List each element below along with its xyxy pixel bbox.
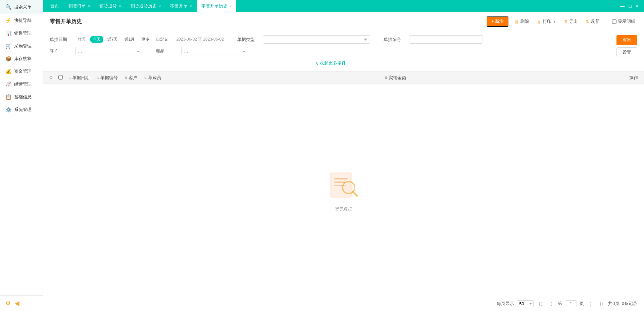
collapse-sidebar-icon[interactable]: ◀ xyxy=(15,300,19,307)
print-button[interactable]: 🖨 打印 ▼ xyxy=(535,17,558,26)
sales-mgmt-icon: 📊 xyxy=(5,30,11,36)
date-btn-1month[interactable]: 近1月 xyxy=(122,36,138,43)
sidebar-item-basic-info[interactable]: 📋 基础信息 xyxy=(0,91,43,103)
toolbar: + 新增 🗑 删除 🖨 打印 ▼ ⬆ 导出 ↻ 刷新 xyxy=(487,16,637,27)
th-actions: 操作 xyxy=(626,72,641,84)
date-btn-7days[interactable]: 近7天 xyxy=(105,36,120,43)
print-label: 打印 xyxy=(543,18,551,24)
export-icon: ⬆ xyxy=(564,19,568,24)
sidebar-search-label: 搜索采单 xyxy=(14,4,32,10)
date-btn-yesterday[interactable]: 昨天 xyxy=(75,36,89,43)
select-all-checkbox[interactable] xyxy=(58,75,63,80)
sidebar-item-label: 销售管理 xyxy=(14,30,32,36)
display-detail-checkbox[interactable] xyxy=(612,19,616,24)
customer-search-icon[interactable]: ··· xyxy=(137,49,140,54)
collapse-row: ∧ 收起更多条件 xyxy=(50,59,611,67)
bill-type-select[interactable] xyxy=(263,35,370,44)
first-page-button[interactable]: ⟨⟨ xyxy=(536,300,544,308)
filter-right-buttons: 查询 设置 xyxy=(616,35,637,67)
tab-retail-open-history[interactable]: 零售开单历史 × xyxy=(197,0,236,12)
sidebar-item-quick-nav[interactable]: ⚡ 快捷导航 xyxy=(0,14,43,27)
table-body: 暂无数据 xyxy=(43,84,644,296)
main-area: 首页 销售订单 × 销货退货 × 销货退货历史 × 零售开单 × 零售开单历史 … xyxy=(43,0,644,311)
purchase-mgmt-icon: 🛒 xyxy=(5,43,11,49)
svg-line-7 xyxy=(353,192,357,196)
column-settings-icon[interactable]: ⚙ xyxy=(46,72,56,83)
new-button[interactable]: + 新增 xyxy=(487,16,508,27)
customer-input[interactable] xyxy=(75,47,142,55)
date-range-display: 2023-06-02 至 2023-06-02 xyxy=(176,37,224,42)
tab-sales-order-close[interactable]: × xyxy=(88,4,90,8)
search-icon: 🔍 xyxy=(5,4,11,10)
filter-main-rows: 单据日期 昨天 今天 近7天 近1月 更多 自定义 2023-06-02 至 2… xyxy=(50,35,611,67)
close-icon[interactable]: × xyxy=(636,3,639,9)
tab-retail-open-history-close[interactable]: × xyxy=(230,4,232,8)
tab-sales-return-history-close[interactable]: × xyxy=(159,4,161,8)
query-button[interactable]: 查询 xyxy=(616,35,637,45)
display-detail-button[interactable]: 显示明细 xyxy=(610,17,637,26)
sidebar-item-sys-mgmt[interactable]: ⚙️ 系统管理 xyxy=(0,103,43,116)
empty-text: 暂无数据 xyxy=(335,206,352,212)
maximize-icon[interactable]: □ xyxy=(629,3,631,9)
sort-icon: ⇅ xyxy=(125,76,127,80)
tab-bar-window-controls: — □ × xyxy=(617,3,641,9)
delete-button[interactable]: 🗑 删除 xyxy=(512,17,531,26)
date-btn-custom[interactable]: 自定义 xyxy=(153,36,171,43)
last-page-button[interactable]: ⟩⟩ xyxy=(597,300,605,308)
th-bill-no[interactable]: ⇅ 单据编号 xyxy=(93,72,121,84)
date-btn-more[interactable]: 更多 xyxy=(139,36,152,43)
per-page-select[interactable]: 50 10 20 100 xyxy=(517,300,534,307)
sidebar-item-label: 基础信息 xyxy=(14,94,32,100)
page-number-input[interactable] xyxy=(565,300,577,307)
th-amount[interactable]: ⇅ 实销金额 xyxy=(381,72,409,84)
th-guide[interactable]: ⇅ 导购员 xyxy=(141,72,164,84)
refresh-button[interactable]: ↻ 刷新 xyxy=(584,17,602,26)
collapse-btn[interactable]: ∧ 收起更多条件 xyxy=(315,59,346,67)
tab-sales-order-label: 销售订单 xyxy=(68,3,86,9)
next-page-button[interactable]: ⟩ xyxy=(587,300,595,308)
tab-retail-open-history-label: 零售开单历史 xyxy=(201,3,228,9)
tab-home[interactable]: 首页 xyxy=(46,0,64,12)
refresh-icon: ↻ xyxy=(586,19,590,24)
tab-sales-return[interactable]: 销货退货 × xyxy=(95,0,126,12)
per-page-label: 每页显示 xyxy=(497,301,514,307)
refresh-label: 刷新 xyxy=(591,18,600,24)
filter-settings-button[interactable]: 设置 xyxy=(616,47,637,57)
export-button[interactable]: ⬆ 导出 xyxy=(562,17,580,26)
th-customer[interactable]: ⇅ 客户 xyxy=(121,72,141,84)
print-dropdown-icon: ▼ xyxy=(553,20,556,23)
bill-no-label: 单据编号 xyxy=(384,37,404,43)
tab-retail-open[interactable]: 零售开单 × xyxy=(165,0,196,12)
sidebar-search[interactable]: 🔍 搜索采单 xyxy=(0,0,43,14)
sort-icon: ⇅ xyxy=(385,76,387,80)
tab-retail-open-close[interactable]: × xyxy=(190,4,192,8)
export-label: 导出 xyxy=(569,18,578,24)
bill-type-select-wrapper xyxy=(263,35,370,44)
page-suffix: 页 xyxy=(580,301,584,307)
tab-sales-return-close[interactable]: × xyxy=(119,4,121,8)
filter-rows-container: 单据日期 昨天 今天 近7天 近1月 更多 自定义 2023-06-02 至 2… xyxy=(50,35,637,67)
th-actions-label: 操作 xyxy=(629,75,638,80)
sys-mgmt-icon: ⚙️ xyxy=(5,107,11,113)
th-date[interactable]: ⇅ 单据日期 xyxy=(65,72,93,84)
date-btn-today[interactable]: 今天 xyxy=(90,36,103,43)
goods-label: 商品 xyxy=(156,48,176,54)
tab-sales-return-history[interactable]: 销货退货历史 × xyxy=(126,0,165,12)
bill-no-input[interactable] xyxy=(409,35,483,44)
sidebar-item-operations[interactable]: 📈 经营管理 xyxy=(0,78,43,91)
delete-label: 删除 xyxy=(520,18,529,24)
sort-icon: ⇅ xyxy=(96,76,99,80)
sidebar-item-sales-mgmt[interactable]: 📊 销售管理 xyxy=(0,27,43,40)
pagination: 每页显示 50 10 20 100 ⟨⟨ ⟨ 第 页 ⟩ ⟩⟩ 共0页, 0条记… xyxy=(43,296,644,311)
goods-input[interactable] xyxy=(181,47,248,55)
minimize-icon[interactable]: — xyxy=(620,3,625,9)
sidebar-item-purchase-mgmt[interactable]: 🛒 采购管理 xyxy=(0,40,43,52)
tab-sales-order[interactable]: 销售订单 × xyxy=(64,0,95,12)
settings-icon[interactable]: ⚙ xyxy=(5,300,11,307)
table-area: ⚙ ⇅ 单据日期 ⇅ 单据编号 ⇅ 客户 ⇅ 导购员 xyxy=(43,72,644,311)
sidebar-item-inventory[interactable]: 📦 库存核算 xyxy=(0,52,43,65)
table-header: ⚙ ⇅ 单据日期 ⇅ 单据编号 ⇅ 客户 ⇅ 导购员 xyxy=(43,72,644,84)
goods-search-icon[interactable]: ··· xyxy=(243,49,246,54)
sidebar-item-finance[interactable]: 💰 资金管理 xyxy=(0,65,43,78)
prev-page-button[interactable]: ⟨ xyxy=(547,300,555,308)
